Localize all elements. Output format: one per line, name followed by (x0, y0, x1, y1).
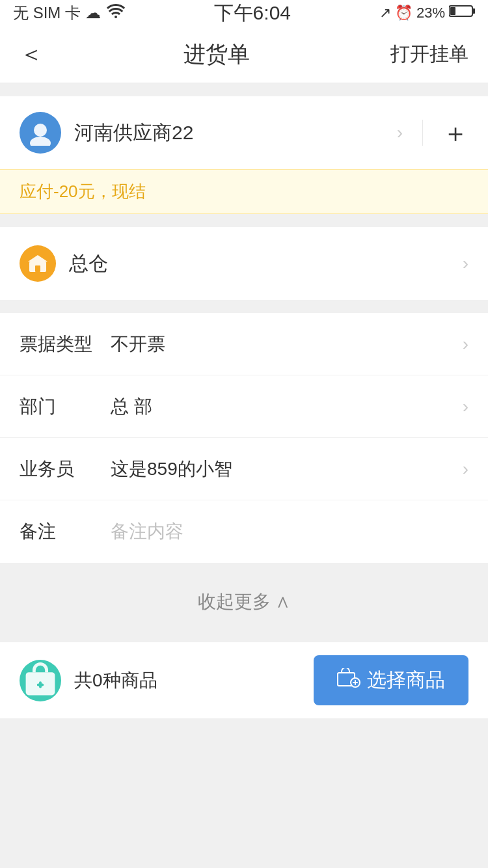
warehouse-card[interactable]: 总仓 › (0, 227, 488, 300)
add-supplier-button[interactable]: ＋ (442, 115, 468, 151)
svg-marker-6 (28, 255, 47, 262)
select-product-button[interactable]: 选择商品 (314, 655, 468, 705)
status-bar: 无 SIM 卡 ☁ 下午6:04 ↗ ⏰ 23% (0, 0, 488, 26)
svg-rect-2 (450, 7, 455, 15)
battery-label: 23% (416, 5, 445, 21)
notice-bar: 应付-20元，现结 (0, 169, 488, 214)
supplier-arrow-icon: › (397, 122, 403, 143)
department-value: 总 部 (111, 394, 463, 419)
department-row[interactable]: 部门 总 部 › (0, 375, 488, 438)
open-pending-button[interactable]: 打开挂单 (390, 41, 468, 68)
top-divider (0, 83, 488, 96)
warehouse-icon (20, 245, 56, 282)
wifi-icon (106, 4, 126, 22)
department-arrow: › (463, 396, 468, 417)
product-count-label: 共0种商品 (74, 668, 314, 693)
form-section: 票据类型 不开票 › 部门 总 部 › 业务员 这是859的小智 › 备注 备注… (0, 313, 488, 563)
ticket-type-arrow: › (463, 334, 468, 355)
collapse-button[interactable]: 收起更多 ∧ (0, 576, 488, 628)
supplier-avatar (20, 112, 61, 154)
salesperson-label: 业务员 (20, 457, 111, 481)
ticket-type-label: 票据类型 (20, 332, 111, 357)
department-label: 部门 (20, 394, 111, 419)
supplier-card: 河南供应商22 › ＋ 应付-20元，现结 (0, 96, 488, 214)
product-bar: 共0种商品 选择商品 (0, 642, 488, 718)
alarm-icon: ⏰ (395, 5, 413, 21)
nav-bar: ＜ 进货单 打开挂单 (0, 26, 488, 83)
select-product-icon (337, 668, 360, 692)
no-sim-label: 无 SIM 卡 ☁ (13, 3, 101, 23)
svg-point-4 (30, 137, 51, 146)
divider4 (0, 563, 488, 576)
divider5 (0, 628, 488, 641)
svg-rect-7 (35, 265, 40, 272)
salesperson-value: 这是859的小智 (111, 457, 463, 481)
supplier-row[interactable]: 河南供应商22 › ＋ (0, 96, 488, 169)
status-right: ↗ ⏰ 23% (379, 5, 475, 21)
svg-rect-1 (472, 8, 475, 14)
product-icon (20, 660, 61, 701)
supplier-name-label: 河南供应商22 (74, 120, 397, 146)
status-left: 无 SIM 卡 ☁ (13, 3, 126, 23)
warehouse-arrow-icon: › (463, 253, 468, 274)
page-title: 进货单 (183, 40, 250, 70)
status-time: 下午6:04 (214, 0, 291, 27)
remark-placeholder: 备注内容 (111, 519, 468, 544)
supplier-divider (422, 120, 423, 146)
remark-label: 备注 (20, 519, 111, 544)
warehouse-row[interactable]: 总仓 › (0, 227, 488, 300)
svg-point-3 (34, 124, 47, 137)
salesperson-row[interactable]: 业务员 这是859的小智 › (0, 438, 488, 500)
remark-row[interactable]: 备注 备注内容 (0, 500, 488, 563)
divider3 (0, 300, 488, 313)
back-button[interactable]: ＜ (20, 38, 43, 70)
battery-icon (449, 5, 475, 21)
ticket-type-value: 不开票 (111, 332, 463, 357)
location-icon: ↗ (379, 5, 391, 21)
divider2 (0, 214, 488, 227)
select-product-label: 选择商品 (367, 667, 445, 694)
ticket-type-row[interactable]: 票据类型 不开票 › (0, 313, 488, 375)
salesperson-arrow: › (463, 459, 468, 480)
warehouse-name-label: 总仓 (69, 251, 463, 277)
